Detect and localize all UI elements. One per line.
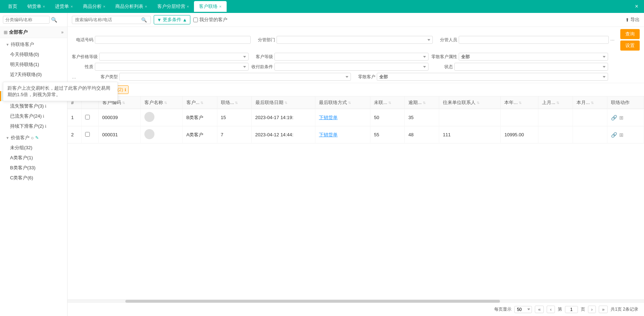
export-button[interactable]: ⬆ 导出 — [625, 16, 640, 23]
close-purchase-icon[interactable]: × — [70, 4, 73, 9]
action-link-icon[interactable]: 🔗 — [611, 132, 617, 138]
cell-checkbox[interactable] — [82, 126, 98, 143]
sidebar-item-7days[interactable]: 近7天待联络(0) — [0, 70, 67, 80]
gender-select[interactable] — [95, 63, 249, 71]
horizontal-scrollbar-thumb[interactable] — [125, 300, 500, 303]
sort-name-icon[interactable]: ⇅ — [164, 101, 167, 105]
manager-input[interactable] — [459, 36, 609, 44]
customer-level-select[interactable] — [274, 53, 428, 61]
col-overdue: 逾期...⇅ — [405, 96, 439, 109]
sidebar-item-unclassified[interactable]: 未分组(32) — [0, 143, 67, 153]
cell-last-date: 2023-04-17 14:19: — [251, 109, 315, 126]
price-level-select[interactable] — [99, 53, 249, 61]
sidebar-search-button[interactable]: 🔍 — [51, 17, 57, 23]
sort-this-month-icon[interactable]: ⇅ — [591, 101, 594, 105]
sort-last-date-icon[interactable]: ⇅ — [284, 101, 287, 105]
first-page-button[interactable]: « — [535, 306, 544, 313]
filter-search-input[interactable] — [75, 17, 140, 22]
settings-button[interactable]: 设置 — [620, 41, 640, 51]
page-input[interactable] — [565, 306, 578, 313]
repurchase-tooltip: 距客户上次交易时长，超过了此客户的平均交易周期的1.5倍，则视为异常。 — [68, 82, 118, 101]
last-page-button[interactable]: » — [599, 306, 608, 313]
sidebar-item-today[interactable]: 今天待联络(0) — [0, 49, 67, 60]
nav-item-customer-tier[interactable]: 客户分层经营 × — [152, 1, 194, 12]
col-name: 客户名称⇅ — [140, 96, 182, 109]
dept-select[interactable] — [277, 36, 432, 44]
pagination-total: 共1页 2条记录 — [611, 306, 638, 312]
retail-attr-select[interactable]: 全部 — [459, 53, 608, 61]
sort-category-icon[interactable]: ⇅ — [200, 101, 203, 105]
nav-item-purchase[interactable]: 进货单 × — [50, 1, 78, 12]
last-method-link[interactable]: 下销货单 — [319, 132, 338, 137]
sort-contact-person-icon[interactable]: ⇅ — [477, 101, 479, 105]
sidebar-item-class-c[interactable]: C类客户(6) — [0, 173, 67, 183]
close-product-list-icon[interactable]: × — [145, 4, 147, 9]
sidebar-item-tomorrow[interactable]: 明天待联络(1) — [0, 60, 67, 70]
close-customer-contact-icon[interactable]: × — [219, 4, 221, 9]
manager-dots-icon[interactable]: ··· — [610, 37, 615, 43]
last-method-link[interactable]: 下销货单 — [319, 115, 338, 120]
nav-item-product-list[interactable]: 商品分析列表 × — [110, 1, 152, 12]
query-btn-group: 查询 设置 — [620, 29, 640, 51]
sort-last-month-icon[interactable]: ⇅ — [556, 101, 559, 105]
my-customers-checkbox[interactable] — [193, 18, 198, 22]
sidebar-item-already-lost[interactable]: 已流失客户(24) ℹ — [0, 111, 67, 121]
sort-uncontacted-icon[interactable]: ⇅ — [388, 101, 391, 105]
sidebar-value-header[interactable]: ▼ 价值客户 ○ ✎ — [0, 133, 67, 143]
sidebar-item-class-a[interactable]: A类客户(1) — [0, 153, 67, 163]
nav-item-home[interactable]: 首页 — [3, 1, 22, 12]
payment-select[interactable] — [274, 63, 428, 71]
status-label: 状态 — [431, 64, 453, 70]
sort-code-icon[interactable]: ⇅ — [122, 101, 125, 105]
more-conditions-button[interactable]: ▼ 更多条件 ▲ — [154, 15, 190, 24]
sidebar-pending-title[interactable]: ▼ 待联络客户 — [0, 39, 67, 49]
sidebar-all-customers-header[interactable]: ⊞ 全部客户 » — [0, 27, 67, 38]
next-page-button[interactable]: › — [588, 306, 596, 313]
per-page-select[interactable]: 50 20 100 — [514, 306, 532, 313]
cell-code: 000039 — [98, 109, 140, 126]
action-link-icon[interactable]: 🔗 — [611, 115, 617, 121]
status-select[interactable] — [454, 63, 608, 71]
query-button[interactable]: 查询 — [620, 29, 640, 39]
sort-overdue-icon[interactable]: ⇅ — [423, 101, 426, 105]
my-customers-checkbox-area[interactable]: 我分管的客户 — [193, 16, 227, 23]
cell-index: 1 — [68, 109, 82, 126]
nav-item-sales[interactable]: 销货单 × — [22, 1, 50, 12]
action-grid-icon[interactable]: ⊞ — [619, 115, 624, 121]
sidebar-item-continuous-down[interactable]: 持续下滑客户(2) ℹ — [0, 121, 67, 131]
sidebar-item-class-b[interactable]: B类客户(33) — [0, 163, 67, 173]
value-edit-icon[interactable]: ✎ — [35, 135, 39, 140]
sidebar-search-input[interactable] — [3, 16, 50, 24]
price-level-label: 客户价格等级 — [72, 54, 98, 60]
col-category: 客户...⇅ — [182, 96, 217, 109]
phone-input[interactable] — [95, 36, 251, 44]
nav-item-product-analysis[interactable]: 商品分析 × — [78, 1, 110, 12]
cell-checkbox[interactable] — [82, 109, 98, 126]
lost-warning-info-icon: ℹ — [45, 104, 46, 109]
horizontal-scrollbar-track[interactable] — [68, 300, 644, 302]
page-label: 第 — [558, 306, 562, 312]
close-sales-icon[interactable]: × — [43, 4, 45, 9]
sort-last-method-icon[interactable]: ⇅ — [348, 101, 351, 105]
close-customer-tier-icon[interactable]: × — [187, 4, 189, 9]
action-grid-icon[interactable]: ⊞ — [619, 132, 624, 138]
sidebar-collapse-icon[interactable]: » — [61, 30, 64, 35]
filter-search-icon[interactable]: 🔍 — [141, 17, 147, 23]
cell-action: 🔗 ⊞ — [607, 126, 644, 143]
sidebar-item-lost-warning[interactable]: 流失预警客户(3) ℹ — [0, 101, 67, 111]
nav-item-customer-contact[interactable]: 客户联络 × — [194, 1, 226, 12]
close-product-analysis-icon[interactable]: × — [103, 4, 105, 9]
col-contact-count: 联络...⇅ — [217, 96, 251, 109]
sort-contact-icon[interactable]: ⇅ — [235, 101, 238, 105]
close-all-button[interactable]: × — [632, 3, 641, 10]
filter-dots-icon: ... — [72, 74, 76, 80]
retail-customer-select[interactable]: 全部 — [377, 73, 608, 81]
customer-type-select[interactable] — [119, 73, 351, 81]
table-row: 2 000031 A类客户 7 2023-04-12 14:44: 下销货单 5… — [68, 126, 644, 143]
cell-category: B类客户 — [182, 109, 217, 126]
col-uncontacted: 未联...⇅ — [370, 96, 405, 109]
customer-type-label: 客户类型 — [96, 74, 118, 80]
table-row: 1 000039 B类客户 15 2023-04-17 14:19: 下销货单 … — [68, 109, 644, 126]
prev-page-button[interactable]: ‹ — [547, 306, 555, 313]
sort-this-year-icon[interactable]: ⇅ — [519, 101, 522, 105]
